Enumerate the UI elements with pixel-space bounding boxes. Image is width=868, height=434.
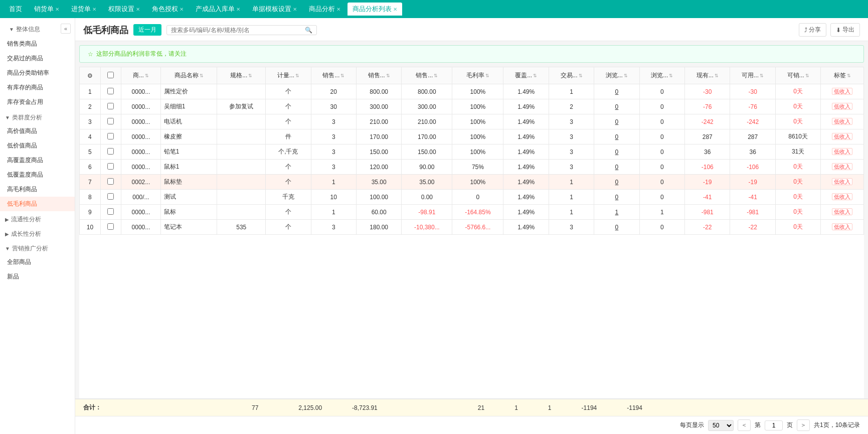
col-view2[interactable]: 浏览...⇅ (639, 67, 684, 84)
nav-analysis-list[interactable]: 商品分析列表✕ (348, 3, 402, 16)
nav-close-sales[interactable]: ✕ (55, 7, 59, 12)
sidebar-item-sales-products[interactable]: 销售类商品 (0, 37, 75, 51)
page-size-select[interactable]: 50 100 200 (708, 420, 734, 431)
row-checkbox[interactable] (100, 205, 121, 220)
row-select-checkbox[interactable] (107, 88, 114, 94)
col-name[interactable]: 商品名称⇅ (160, 67, 217, 84)
row-view1[interactable]: 0 (594, 84, 639, 99)
nav-close-product-entry[interactable]: ✕ (236, 7, 240, 12)
row-stock-saleable: 0天 (775, 99, 820, 114)
export-button[interactable]: ⬇ 导出 (830, 23, 860, 37)
nav-close-roles[interactable]: ✕ (180, 7, 184, 12)
sidebar-group-marketing[interactable]: ▼ 营销推广分析 (0, 240, 75, 255)
nav-product-entry[interactable]: 产成品入库单✕ (191, 3, 245, 16)
row-select-checkbox[interactable] (107, 148, 114, 155)
col-trade[interactable]: 交易...⇅ (549, 67, 594, 84)
row-checkbox[interactable] (100, 190, 121, 205)
col-tag[interactable]: 标签⇅ (821, 67, 864, 84)
search-input[interactable] (171, 27, 305, 34)
filter-period-btn[interactable]: 近一月 (133, 24, 161, 36)
page-number-input[interactable] (765, 420, 783, 430)
arrow-icon: ▼ (9, 27, 14, 32)
sidebar-item-low-coverage[interactable]: 低覆盖度商品 (0, 168, 75, 182)
sidebar-group-growth[interactable]: ▶ 成长性分析 (0, 226, 75, 240)
col-stock-available[interactable]: 可用...⇅ (730, 67, 775, 84)
row-view1[interactable]: 0 (594, 220, 639, 235)
row-checkbox[interactable] (100, 175, 121, 190)
sidebar-item-high-coverage[interactable]: 高覆盖度商品 (0, 153, 75, 168)
row-sales-profit: 90.00 (402, 160, 452, 175)
nav-close-analysis-list[interactable]: ✕ (393, 7, 397, 12)
row-select-checkbox[interactable] (107, 193, 114, 200)
sidebar-group-cluster[interactable]: ▼ 类群度分析 (0, 109, 75, 124)
sidebar-group-overall[interactable]: ▼ 整体信息 (4, 21, 45, 36)
sidebar-group-flow[interactable]: ▶ 流通性分析 (0, 211, 75, 226)
row-view1[interactable]: 1 (594, 205, 639, 220)
col-spec[interactable]: 规格...⇅ (217, 67, 266, 84)
nav-close-permissions[interactable]: ✕ (136, 7, 140, 12)
col-coverage[interactable]: 覆盖...⇅ (503, 67, 549, 84)
row-sales-qty: 3 (311, 220, 356, 235)
nav-permissions[interactable]: 权限设置✕ (103, 3, 145, 16)
col-unit[interactable]: 计量...⇅ (266, 67, 311, 84)
search-icon[interactable]: 🔍 (305, 27, 312, 34)
row-checkbox[interactable] (100, 114, 121, 129)
nav-analysis[interactable]: 商品分析✕ (304, 3, 345, 16)
row-select-checkbox[interactable] (107, 208, 114, 215)
share-button[interactable]: ⤴ 分享 (799, 23, 826, 37)
row-view1[interactable]: 0 (594, 175, 639, 190)
select-all-checkbox[interactable] (107, 72, 114, 78)
nav-close-purchase[interactable]: ✕ (92, 7, 96, 12)
row-view1[interactable]: 0 (594, 190, 639, 205)
row-view1[interactable]: 0 (594, 160, 639, 175)
nav-purchase[interactable]: 进货单✕ (66, 3, 101, 16)
sidebar-item-capital[interactable]: 库存资金占用 (0, 95, 75, 109)
row-stock-saleable: 0天 (775, 84, 820, 99)
col-code[interactable]: 商...⇅ (121, 67, 161, 84)
row-checkbox[interactable] (100, 99, 121, 114)
sidebar-item-category-rate[interactable]: 商品分类助销率 (0, 66, 75, 80)
nav-close-template[interactable]: ✕ (293, 7, 297, 12)
col-stock-current[interactable]: 现有...⇅ (685, 67, 730, 84)
next-page-btn[interactable]: ＞ (797, 419, 810, 431)
row-select-checkbox[interactable] (107, 178, 114, 185)
row-select-checkbox[interactable] (107, 103, 114, 109)
sidebar-item-in-stock[interactable]: 有库存的商品 (0, 80, 75, 95)
nav-close-analysis[interactable]: ✕ (336, 7, 340, 12)
sidebar-item-traded-products[interactable]: 交易过的商品 (0, 51, 75, 66)
col-stock-saleable[interactable]: 可销...⇅ (775, 67, 820, 84)
nav-home[interactable]: 首页 (4, 3, 27, 16)
sidebar-item-new-products[interactable]: 新品 (0, 269, 75, 284)
row-view1[interactable]: 0 (594, 144, 639, 160)
row-select-checkbox[interactable] (107, 163, 114, 170)
col-gross-margin[interactable]: 毛利率⇅ (452, 67, 503, 84)
row-checkbox[interactable] (100, 160, 121, 175)
sidebar-item-high-value[interactable]: 高价值商品 (0, 124, 75, 138)
sidebar-item-low-margin[interactable]: 低毛利商品 (0, 197, 75, 211)
row-view1[interactable]: 0 (594, 129, 639, 144)
nav-sales[interactable]: 销货单✕ (29, 3, 64, 16)
row-select-checkbox[interactable] (107, 133, 114, 139)
col-settings[interactable]: ⚙ (80, 67, 101, 84)
col-sales-profit[interactable]: 销售...⇅ (402, 67, 452, 84)
col-sales-price[interactable]: 销售...⇅ (356, 67, 401, 84)
row-checkbox[interactable] (100, 220, 121, 235)
row-sales-qty: 10 (311, 190, 356, 205)
row-select-checkbox[interactable] (107, 118, 114, 124)
nav-roles[interactable]: 角色授权✕ (147, 3, 189, 16)
row-checkbox[interactable] (100, 84, 121, 99)
col-sales-qty[interactable]: 销售...⇅ (311, 67, 356, 84)
sidebar-collapse-btn[interactable]: « (61, 24, 71, 34)
row-view1[interactable]: 0 (594, 114, 639, 129)
sidebar-item-low-value[interactable]: 低价值商品 (0, 138, 75, 153)
col-view1[interactable]: 浏览...⇅ (594, 67, 639, 84)
row-select-checkbox[interactable] (107, 223, 114, 230)
nav-template[interactable]: 单据模板设置✕ (247, 3, 302, 16)
sidebar-item-all-products[interactable]: 全部商品 (0, 255, 75, 269)
row-checkbox[interactable] (100, 129, 121, 144)
prev-page-btn[interactable]: ＜ (738, 419, 751, 431)
col-checkbox[interactable] (100, 67, 121, 84)
row-checkbox[interactable] (100, 144, 121, 160)
row-view1[interactable]: 0 (594, 99, 639, 114)
sidebar-item-high-margin[interactable]: 高毛利商品 (0, 182, 75, 197)
